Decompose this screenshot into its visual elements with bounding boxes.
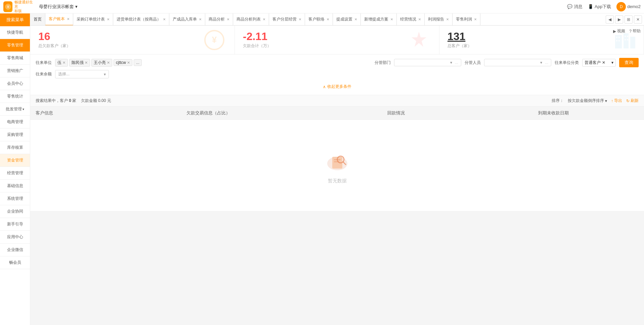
sidebar-item-ops-mgmt[interactable]: 经营管理 — [0, 167, 30, 180]
sidebar-item-vip-member[interactable]: 畅会员 — [0, 256, 30, 269]
svg-rect-15 — [627, 39, 628, 40]
tab-next-btn[interactable]: ▶ — [615, 15, 623, 24]
sidebar-item-sys-mgmt[interactable]: 系统管理 — [0, 192, 30, 205]
messages-btn[interactable]: 💬 消息 — [567, 4, 583, 10]
tab-customer-tier-ops[interactable]: 客户分层经营 ✕ — [269, 13, 305, 26]
tab-cost-receipt[interactable]: 产成品入库单 ✕ — [169, 13, 205, 26]
help-btn[interactable]: ? 帮助 — [629, 28, 641, 34]
dept-filter-select[interactable]: ▾ ... — [394, 59, 461, 66]
remove-tag-cjttcw[interactable]: ✕ — [127, 61, 130, 65]
tab-close-customer-connect[interactable]: ✕ — [327, 17, 329, 21]
tab-close-product-analysis[interactable]: ✕ — [227, 17, 229, 21]
sidebar-item-wholesale-mgmt[interactable]: 批发管理 ▾ — [0, 103, 30, 116]
svg-rect-8 — [616, 37, 617, 38]
sidebar-item-finance[interactable]: 资金管理 — [0, 154, 30, 167]
sidebar-search[interactable]: 搜索菜单 — [0, 13, 30, 26]
remove-tag-wang[interactable]: ✕ — [107, 61, 110, 65]
app-download-btn[interactable]: 📱 App下载 — [588, 4, 611, 10]
unit-tag-chen[interactable]: 陈民强 ✕ — [69, 59, 90, 67]
stat-total-debt: -2.11 欠款合计（万） — [235, 26, 439, 54]
sidebar-item-purchase[interactable]: 采购管理 — [0, 129, 30, 141]
logo-icon: ¥ — [3, 1, 12, 12]
main-layout: 搜索菜单 快捷导航 零售管理 零售商城 营销推广 会员中心 零售统计 批发管理 … — [0, 13, 644, 325]
tab-retail-profit[interactable]: 零售利润 ✕ — [453, 13, 480, 26]
tab-close-ops-situation[interactable]: ✕ — [418, 17, 421, 21]
query-button[interactable]: 查询 — [619, 58, 639, 67]
remove-tag-wu[interactable]: ✕ — [62, 61, 66, 65]
sidebar-item-marketing[interactable]: 营销推广 — [0, 65, 30, 77]
tab-product-analysis[interactable]: 商品分析 ✕ — [205, 13, 233, 26]
tab-new-mention-plan[interactable]: 新增提成方案 ✕ — [361, 13, 397, 26]
tab-purchase-stats-by-product[interactable]: 进货单统计表（按商品） ✕ — [113, 13, 169, 26]
sidebar-item-enterprise-coop[interactable]: 企业协同 — [0, 205, 30, 218]
tab-home[interactable]: 首页 — [30, 13, 45, 26]
sidebar-item-app-center[interactable]: 应用中心 — [0, 231, 30, 244]
unit-tag-more[interactable]: ... — [134, 59, 142, 66]
tab-product-analysis-list[interactable]: 商品分析列表 ✕ — [233, 13, 269, 26]
dept-filter-label: 分管部门 — [375, 60, 391, 66]
stat-total-debtors: ¥ 16 总欠款客户（家） — [30, 26, 235, 54]
category-filter-label: 往来单位分类 — [555, 60, 579, 66]
sidebar-item-new-guide[interactable]: 新手引导 — [0, 218, 30, 231]
tab-close-mention-settings[interactable]: ✕ — [354, 17, 357, 21]
export-button[interactable]: ↑ 导出 — [611, 98, 622, 104]
balance-filter-select[interactable]: 选择... ▾ — [55, 70, 109, 78]
tab-close-purchase-stats-by-product[interactable]: ✕ — [163, 17, 166, 21]
tab-ops-situation[interactable]: 经营情况 ✕ — [397, 13, 425, 26]
tab-close-retail-profit[interactable]: ✕ — [474, 17, 477, 21]
empty-icon — [322, 147, 352, 178]
tab-prev-btn[interactable]: ◀ — [606, 15, 614, 24]
sidebar-item-enterprise-wechat[interactable]: 企业微信 — [0, 244, 30, 256]
sidebar-item-ecommerce[interactable]: 电商管理 — [0, 116, 30, 129]
svg-rect-12 — [625, 36, 626, 37]
tab-close-cost-receipt[interactable]: ✕ — [199, 17, 202, 21]
filter-area: 往来单位 伍 ✕ 陈民强 ✕ 王小亮 ✕ — [30, 55, 644, 95]
sidebar-item-basic-info[interactable]: 基础信息 — [0, 180, 30, 192]
dept-more-icon: ... — [455, 60, 458, 65]
empty-state: 暂无数据 — [30, 120, 644, 211]
tab-profit-report[interactable]: 利润报告 ✕ — [425, 13, 453, 26]
tab-close-product-analysis-list[interactable]: ✕ — [263, 17, 265, 21]
sidebar-item-inventory[interactable]: 库存核算 — [0, 141, 30, 154]
sidebar-item-retail-stats[interactable]: 零售统计 — [0, 90, 30, 103]
remove-category-tag[interactable]: ✕ — [602, 60, 605, 65]
collapse-button[interactable]: ∧ 收起更多条件 — [320, 82, 354, 91]
tab-close-all-btn[interactable]: ✕ — [634, 15, 642, 24]
video-btn[interactable]: ▶ 视频 — [613, 28, 625, 34]
table-header: 客户信息 欠款交易信息（占比） 回款情况 到期未收款日期 — [30, 107, 644, 120]
sidebar-item-members[interactable]: 会员中心 — [0, 77, 30, 90]
tab-expand-btn[interactable]: ⊞ — [625, 15, 633, 24]
tab-close-purchase-order-stats[interactable]: ✕ — [107, 17, 110, 21]
category-filter-input[interactable]: 普通客户 ✕ ▾ — [582, 59, 616, 67]
logo-text: 畅捷通好生意 标版 — [14, 0, 34, 13]
tab-close-customer-tier-ops[interactable]: ✕ — [299, 17, 301, 21]
svg-rect-9 — [618, 37, 620, 38]
tab-close-new-mention-plan[interactable]: ✕ — [390, 17, 393, 21]
stat-number-customers[interactable]: 131 — [447, 31, 465, 42]
unit-tag-wang[interactable]: 王小亮 ✕ — [91, 59, 112, 67]
person-filter-select[interactable]: ▾ ... — [484, 59, 551, 66]
unit-tag-cjttcw[interactable]: cjttcw ✕ — [114, 59, 132, 66]
tab-customer-book[interactable]: 客户账本 ✕ — [45, 13, 73, 26]
refresh-button[interactable]: ↻ 刷新 — [626, 98, 639, 104]
unit-tag-wu[interactable]: 伍 ✕ — [55, 59, 68, 67]
chevron-down-icon: ▾ — [104, 72, 106, 77]
user-profile[interactable]: D demo2 — [616, 2, 641, 11]
sidebar-item-quick-nav[interactable]: 快捷导航 — [0, 26, 30, 39]
filter-row-2: 往来余额 选择... ▾ — [36, 70, 639, 78]
tab-customer-connect[interactable]: 客户联络 ✕ — [305, 13, 333, 26]
chevron-down-icon: ▾ — [605, 99, 607, 103]
sidebar-item-retail-shop[interactable]: 零售商城 — [0, 52, 30, 65]
sort-button[interactable]: 按欠款金额倒序排序 ▾ — [568, 98, 607, 104]
results-summary: 搜索结果中，客户 0 家 欠款金额 0.00 元 — [36, 98, 111, 104]
top-bar-left: ¥ 畅捷通好生意 标版 母婴行业演示帐套 ▾ — [3, 0, 80, 13]
tab-mention-settings[interactable]: 提成设置 ✕ — [333, 13, 361, 26]
tab-close-customer-book[interactable]: ✕ — [67, 17, 70, 21]
sidebar-item-retail-mgmt[interactable]: 零售管理 — [0, 39, 30, 52]
account-dropdown[interactable]: 母婴行业演示帐套 ▾ — [36, 2, 80, 11]
top-bar: ¥ 畅捷通好生意 标版 母婴行业演示帐套 ▾ 💬 消息 📱 App下载 D de… — [0, 0, 644, 13]
building-icon — [613, 32, 637, 48]
tab-purchase-order-stats[interactable]: 采购订单统计表 ✕ — [73, 13, 113, 26]
remove-tag-chen[interactable]: ✕ — [85, 61, 88, 65]
tab-close-profit-report[interactable]: ✕ — [446, 17, 449, 21]
